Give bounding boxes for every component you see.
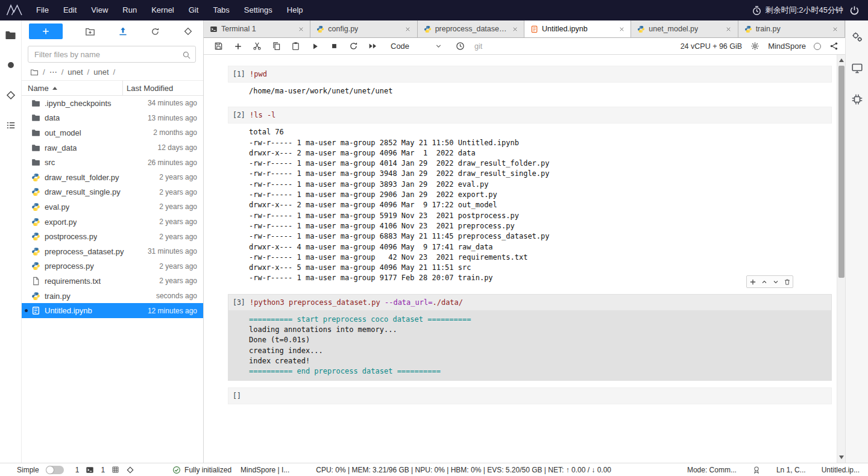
sidebar-tab-file-browser[interactable] (4, 28, 18, 42)
column-header-last-modified[interactable]: Last Modified (123, 84, 203, 93)
cell-input[interactable]: [3] !python3 preprocess_dataset.py --dat… (228, 294, 832, 311)
file-row[interactable]: postprocess.py2 years ago (22, 229, 203, 244)
insert-cell-button[interactable] (747, 276, 758, 287)
power-button[interactable] (849, 5, 860, 16)
kernel-count[interactable]: 1 (101, 466, 105, 474)
git-clone-button[interactable] (183, 25, 193, 37)
trusted-badge-icon[interactable] (752, 466, 761, 474)
statusbar-right: Mode: Comm... Ln 1, C... Untitled.ip... (687, 466, 860, 474)
cell-input[interactable]: [2] !ls -l (228, 107, 832, 124)
cursor-position[interactable]: Ln 1, C... (776, 466, 806, 474)
file-row[interactable]: draw_result_single.py2 years ago (22, 185, 203, 200)
right-tab-sessions-gears-icon[interactable] (851, 30, 864, 43)
new-folder-button[interactable] (84, 25, 95, 37)
menu-view[interactable]: View (84, 0, 115, 20)
file-row[interactable]: eval.py2 years ago (22, 199, 203, 215)
close-icon[interactable] (297, 25, 305, 33)
save-button[interactable] (213, 41, 224, 51)
new-launcher-button[interactable] (29, 23, 63, 39)
sidebar-tab-git[interactable] (4, 88, 18, 102)
tab-config-py[interactable]: config.py (310, 20, 417, 37)
scroll-down-arrow[interactable] (837, 453, 845, 462)
home-folder-icon[interactable] (30, 68, 39, 77)
run-cell-button[interactable] (310, 41, 320, 51)
file-row[interactable]: src26 minutes ago (22, 155, 203, 170)
tab-terminal-1[interactable]: Terminal 1 (204, 20, 310, 37)
delete-cell-button[interactable] (781, 276, 793, 287)
breadcrumb-unet-2[interactable]: unet (93, 67, 108, 77)
kernel-status-indicator[interactable] (814, 43, 821, 50)
close-icon[interactable] (404, 25, 412, 33)
menu-tabs[interactable]: Tabs (206, 0, 236, 20)
menu-kernel[interactable]: Kernel (144, 0, 181, 20)
file-browser-toolbar (22, 20, 203, 42)
file-row[interactable]: .ipynb_checkpoints34 minutes ago (22, 96, 203, 111)
move-cell-down-button[interactable] (770, 276, 781, 287)
paste-cell-button[interactable] (291, 41, 301, 51)
tab-untitled-ipynb[interactable]: Untitled.ipynb (524, 20, 631, 37)
file-row[interactable]: draw_result_folder.py2 years ago (22, 170, 203, 185)
file-row[interactable]: data13 minutes ago (22, 111, 203, 126)
tab-train-py[interactable]: train.py (738, 20, 845, 37)
scrollbar-thumb[interactable] (838, 66, 844, 278)
share-button[interactable] (829, 41, 839, 51)
column-header-name[interactable]: Name (22, 81, 123, 95)
restart-kernel-button[interactable] (348, 41, 359, 51)
menu-git[interactable]: Git (181, 0, 206, 20)
file-row[interactable]: preprocess_dataset.py31 minutes ago (22, 244, 203, 259)
kernel-sessions-icon[interactable] (112, 466, 119, 474)
history-clock-button[interactable] (455, 41, 465, 51)
menu-file[interactable]: File (29, 0, 56, 20)
file-row[interactable]: out_model2 months ago (22, 125, 203, 140)
close-icon[interactable] (617, 25, 626, 33)
menu-edit[interactable]: Edit (56, 0, 84, 20)
tab-unet-model-py[interactable]: unet_model.py (631, 20, 738, 37)
scroll-up-arrow[interactable] (837, 56, 845, 64)
filter-files-input[interactable] (28, 46, 196, 63)
file-row[interactable]: preprocess.py2 years ago (22, 259, 203, 274)
right-tab-resource-monitor-icon[interactable] (851, 61, 864, 75)
right-tab-debugger-chip-icon[interactable] (851, 93, 864, 106)
kernel-status-text[interactable]: MindSpore | I... (241, 466, 289, 474)
simple-mode-toggle[interactable] (46, 466, 64, 474)
notebook-cell-4-empty[interactable]: [] (228, 387, 832, 404)
refresh-button[interactable] (150, 25, 161, 37)
sidebar-tab-running-sessions[interactable] (4, 58, 18, 72)
file-row[interactable]: requirements.txt2 years ago (22, 274, 203, 289)
add-cell-button[interactable] (233, 41, 243, 51)
notebook-cell-1[interactable]: [1] !pwd /home/ma-user/work/unet/unet/un… (228, 66, 832, 100)
kernel-name[interactable]: MindSpore (768, 42, 806, 51)
breadcrumb-ellipsis[interactable]: ⋯ (49, 67, 57, 77)
vertical-scrollbar[interactable] (837, 55, 845, 463)
interrupt-kernel-button[interactable] (329, 41, 339, 51)
notebook-cell-3-selected[interactable]: [3] !python3 preprocess_dataset.py --dat… (228, 294, 832, 381)
sidebar-tab-table-of-contents[interactable] (4, 118, 18, 133)
terminal-icon[interactable] (86, 466, 94, 474)
notebook-cell-2[interactable]: [2] !ls -l total 76 -rw-r----- 1 ma-user… (228, 107, 832, 287)
settings-gear-button[interactable] (750, 41, 760, 51)
close-icon[interactable] (511, 25, 519, 33)
breadcrumb-unet-1[interactable]: unet (68, 67, 83, 77)
cell-input[interactable]: [] (228, 387, 832, 404)
menu-help[interactable]: Help (280, 0, 310, 20)
move-cell-up-button[interactable] (758, 276, 770, 287)
close-icon[interactable] (725, 25, 733, 33)
file-row-selected[interactable]: Untitled.ipynb12 minutes ago (22, 303, 203, 318)
menu-settings[interactable]: Settings (237, 0, 280, 20)
notebook-area[interactable]: [1] !pwd /home/ma-user/work/unet/unet/un… (204, 55, 845, 463)
close-icon[interactable] (831, 25, 840, 33)
file-row[interactable]: export.py2 years ago (22, 215, 203, 230)
file-row[interactable]: raw_data12 days ago (22, 140, 203, 155)
editor-mode[interactable]: Mode: Comm... (687, 466, 737, 474)
terminal-count[interactable]: 1 (75, 466, 80, 474)
git-status-icon[interactable] (126, 466, 134, 474)
menu-run[interactable]: Run (115, 0, 144, 20)
restart-run-all-button[interactable] (368, 41, 378, 51)
upload-button[interactable] (118, 25, 128, 37)
cut-cell-button[interactable] (252, 41, 262, 51)
cell-type-select[interactable]: Code (387, 40, 446, 52)
tab-preprocess-dataset-py[interactable]: preprocess_dataset.py (418, 20, 524, 37)
file-row[interactable]: train.pyseconds ago (22, 289, 203, 304)
copy-cell-button[interactable] (271, 41, 281, 51)
cell-input[interactable]: [1] !pwd (228, 66, 832, 83)
